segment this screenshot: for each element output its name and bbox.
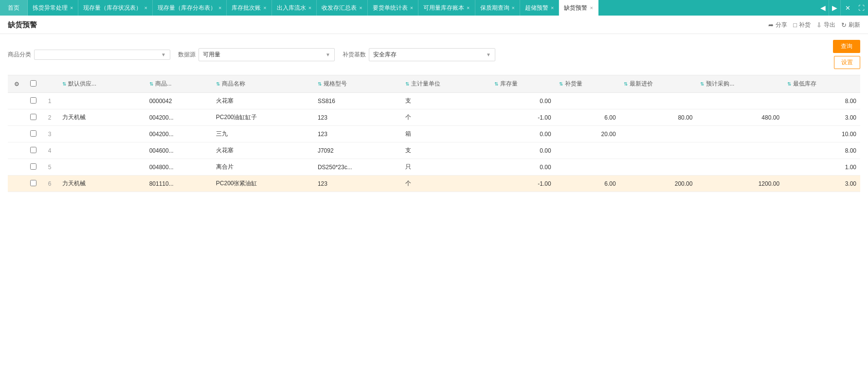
row-min-stock-cell: 10.00 [783, 126, 860, 142]
tab-home[interactable]: 首页 [0, 0, 28, 16]
tab-expiry-query[interactable]: 保质期查询 × [475, 0, 520, 16]
row-checkbox-4[interactable] [30, 163, 36, 170]
tab-available-ledger-close[interactable]: × [467, 5, 470, 11]
col-unit-label: 主计量单位 [411, 80, 440, 88]
tab-batch-account-close[interactable]: × [263, 5, 266, 11]
tab-home-label: 首页 [8, 4, 19, 12]
row-checkbox-cell[interactable] [25, 93, 41, 109]
tab-inventory-dist-label: 现存量（库存分布表） [158, 4, 216, 12]
col-min-stock-label: 最低库存 [793, 80, 816, 88]
row-product-name-cell: 离合片 [212, 159, 314, 176]
row-spec-cell: 123 [314, 176, 401, 192]
refresh-action[interactable]: ↻ 刷新 [841, 21, 860, 29]
tab-collect-summary[interactable]: 收发存汇总表 × [317, 0, 367, 16]
row-checkbox-cell[interactable] [25, 109, 41, 126]
col-replenish-qty-header[interactable]: ⇅补货量 [555, 75, 620, 93]
row-min-stock-cell: 8.00 [783, 142, 860, 159]
replenish-action[interactable]: □ 补货 [793, 21, 811, 29]
row-checkbox-1[interactable] [30, 114, 36, 120]
tab-collect-summary-close[interactable]: × [359, 5, 362, 11]
row-stock-cell: -1.00 [490, 109, 555, 126]
tab-inout-flow-close[interactable]: × [308, 5, 311, 11]
datasource-select[interactable]: 可用量 ▼ [199, 48, 335, 61]
row-index-cell: 4 [41, 142, 58, 159]
row-checkbox-cell[interactable] [25, 126, 41, 142]
col-stock-label: 库存量 [500, 80, 518, 88]
row-latest-price-cell [620, 126, 697, 142]
row-checkbox-2[interactable] [30, 130, 36, 137]
filter-bar: 商品分类 ▼ 数据源 可用量 ▼ 补货基数 安全库存 ▼ 查询 设置 [0, 34, 868, 75]
tab-close-button[interactable]: ✕ [841, 0, 854, 16]
tab-actions: ◀ ▶ ✕ ⛶ [817, 0, 868, 16]
row-supplier-cell [58, 126, 145, 142]
category-select[interactable]: ▼ [34, 50, 170, 60]
table-settings-icon[interactable]: ⚙ [14, 81, 19, 88]
tab-available-ledger[interactable]: 可用量库存账本 × [418, 0, 475, 16]
row-checkbox-cell[interactable] [25, 176, 41, 192]
col-checkbox-header[interactable] [25, 75, 41, 93]
tab-inventory-status-close[interactable]: × [144, 5, 147, 11]
sort-icon4: ⇅ [318, 81, 322, 87]
tab-exception[interactable]: 拣货异常处理 × [28, 0, 78, 16]
row-replenish-qty-cell: 6.00 [555, 109, 620, 126]
row-checkbox-cell[interactable] [25, 159, 41, 176]
tab-shortage-close[interactable]: × [590, 5, 593, 11]
col-default-supplier-header[interactable]: ⇅默认供应... [58, 75, 145, 93]
col-unit-header[interactable]: ⇅主计量单位 [401, 75, 490, 93]
tab-batch-account[interactable]: 库存批次账 × [227, 0, 271, 16]
col-product-code-header[interactable]: ⇅商品... [145, 75, 212, 93]
col-min-stock-header[interactable]: ⇅最低库存 [783, 75, 860, 93]
row-checkbox-3[interactable] [30, 147, 36, 153]
share-action[interactable]: ➦ 分享 [768, 21, 787, 29]
row-latest-price-cell: 200.00 [620, 176, 697, 192]
row-product-code-cell: 004600... [145, 142, 212, 159]
tab-shortage[interactable]: 缺货预警 × [559, 0, 598, 16]
row-unit-cell: 箱 [401, 126, 490, 142]
tab-overstock-close[interactable]: × [551, 5, 554, 11]
col-product-name-header[interactable]: ⇅商品名称 [212, 75, 314, 93]
col-spec-header[interactable]: ⇅规格型号 [314, 75, 401, 93]
tab-inout-flow[interactable]: 出入库流水 × [272, 0, 317, 16]
row-index-cell: 2 [41, 109, 58, 126]
tab-bar: 首页 拣货异常处理 × 现存量（库存状况表） × 现存量（库存分布表） × 库存… [0, 0, 868, 16]
col-latest-price-header[interactable]: ⇅最新进价 [620, 75, 697, 93]
table-row: 6 力天机械 801110... PC200张紧油缸 123 个 -1.00 6… [8, 176, 860, 192]
tab-order-stats-close[interactable]: × [410, 5, 413, 11]
col-product-code-label: 商品... [155, 80, 172, 88]
export-action[interactable]: ⇩ 导出 [816, 21, 835, 29]
row-checkbox-cell[interactable] [25, 142, 41, 159]
row-latest-price-cell: 80.00 [620, 109, 697, 126]
tab-inventory-dist[interactable]: 现存量（库存分布表） × [153, 0, 227, 16]
tab-fullscreen-button[interactable]: ⛶ [854, 0, 868, 16]
tab-next-button[interactable]: ▶ [829, 0, 841, 16]
table-row: 4 004600... 火花塞 J7092 支 0.00 8.00 [8, 142, 860, 159]
row-estimated-purchase-cell [696, 142, 783, 159]
tab-expiry-query-close[interactable]: × [512, 5, 515, 11]
col-settings[interactable]: ⚙ [8, 75, 25, 93]
row-estimated-purchase-cell [696, 126, 783, 142]
select-all-checkbox[interactable] [30, 80, 36, 87]
tab-prev-button[interactable]: ◀ [817, 0, 829, 16]
row-product-code-cell: 0000042 [145, 93, 212, 109]
row-supplier-cell [58, 142, 145, 159]
row-checkbox-0[interactable] [30, 97, 36, 104]
tab-order-stats[interactable]: 要货单统计表 × [368, 0, 418, 16]
tab-overstock[interactable]: 超储预警 × [520, 0, 559, 16]
col-estimated-purchase-header[interactable]: ⇅预计采购... [696, 75, 783, 93]
tab-inventory-status[interactable]: 现存量（库存状况表） × [78, 0, 152, 16]
tab-inventory-dist-close[interactable]: × [218, 5, 221, 11]
row-min-stock-cell: 3.00 [783, 109, 860, 126]
col-product-name-label: 商品名称 [222, 80, 245, 88]
row-latest-price-cell [620, 93, 697, 109]
replenish-base-select[interactable]: 安全库存 ▼ [369, 48, 495, 61]
tab-exception-close[interactable]: × [70, 5, 73, 11]
row-unit-cell: 支 [401, 93, 490, 109]
col-stock-header[interactable]: ⇅库存量 [490, 75, 555, 93]
row-checkbox-5[interactable] [30, 180, 36, 186]
row-unit-cell: 个 [401, 176, 490, 192]
query-button[interactable]: 查询 [833, 40, 860, 53]
replenish-base-arrow-icon: ▼ [486, 52, 491, 57]
tab-inout-flow-label: 出入库流水 [277, 4, 306, 12]
settings-button[interactable]: 设置 [834, 56, 860, 69]
row-min-stock-cell: 1.00 [783, 159, 860, 176]
